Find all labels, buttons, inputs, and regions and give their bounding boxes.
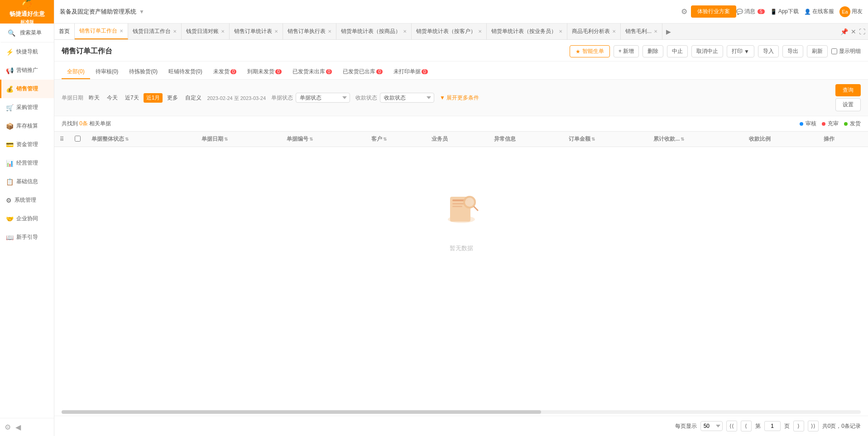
export-button[interactable]: 导出 xyxy=(782,45,803,57)
sidebar-search[interactable]: 🔍 搜索菜单 xyxy=(0,24,54,43)
tab-close-icon[interactable]: ✕ xyxy=(559,29,562,34)
query-button[interactable]: 查询 xyxy=(835,84,861,96)
import-button[interactable]: 导入 xyxy=(758,45,779,57)
tab-more-btn[interactable]: ▶ xyxy=(662,24,675,39)
tab-fullscreen-icon[interactable]: ⛶ xyxy=(859,28,865,35)
tab-sales-exec[interactable]: 销售订单执行表 ✕ xyxy=(283,24,336,39)
th-operation: 操作 xyxy=(818,132,868,147)
th-collected[interactable]: 累计收款...⇅ xyxy=(648,132,743,147)
tab-sales-by-product[interactable]: 销货单统计表（按商品） ✕ xyxy=(336,24,412,39)
dropdown-arrow-icon[interactable]: ▼ xyxy=(139,9,144,15)
tab-close-icon[interactable]: ✕ xyxy=(221,29,225,34)
tab-close-icon[interactable]: ✕ xyxy=(120,28,123,33)
tab-daily-clearing[interactable]: 钱货日清工作台 ✕ xyxy=(128,24,182,39)
show-detail-checkbox[interactable]: 显示明细 xyxy=(831,47,861,55)
tab-close-icon[interactable]: ✕ xyxy=(403,29,407,34)
sidebar-item-finance[interactable]: 💳 资金管理 xyxy=(0,135,54,154)
sidebar-item-purchase[interactable]: 🛒 采购管理 xyxy=(0,98,54,117)
sidebar-item-system[interactable]: ⚙ 系统管理 xyxy=(0,191,54,209)
date-btn-today[interactable]: 今天 xyxy=(104,93,120,103)
tab-close-icon[interactable]: ✕ xyxy=(478,29,482,34)
smart-generate-button[interactable]: ★ 智能生单 xyxy=(570,45,610,57)
subtab-not-printed[interactable]: 未打印单据0 xyxy=(388,65,433,79)
detail-checkbox-input[interactable] xyxy=(831,48,837,54)
date-btn-custom[interactable]: 自定义 xyxy=(182,93,204,103)
scrollbar-thumb[interactable] xyxy=(62,410,541,414)
sidebar-item-sales[interactable]: 💰 销售管理 xyxy=(0,80,54,98)
page-last-btn[interactable]: ⟩⟩ xyxy=(808,421,819,431)
cancel-stop-button[interactable]: 取消中止 xyxy=(691,45,723,57)
th-number[interactable]: 单据编号⇅ xyxy=(281,132,366,147)
th-status[interactable]: 单据整体状态⇅ xyxy=(86,132,196,147)
th-customer[interactable]: 客户⇅ xyxy=(366,132,426,147)
sidebar-item-inventory[interactable]: 📦 库存核算 xyxy=(0,117,54,135)
tab-home[interactable]: 首页 xyxy=(54,24,75,39)
message-badge: 5 xyxy=(758,9,765,14)
filter-settings-button[interactable]: 设置 xyxy=(835,98,861,111)
sidebar-item-enterprise[interactable]: 🤝 企业协同 xyxy=(0,209,54,228)
tab-daily-reconcile[interactable]: 钱货日清对账 ✕ xyxy=(182,24,230,39)
page-next-btn[interactable]: ⟩ xyxy=(793,421,804,431)
tab-close-icon[interactable]: ✕ xyxy=(274,29,278,34)
tab-sales-margin[interactable]: 销售毛利... ✕ xyxy=(621,24,662,39)
logo-name: 畅捷通好生意 xyxy=(10,10,45,18)
audit-bulk-btn[interactable]: 审核 xyxy=(800,120,816,128)
sidebar-settings-btn[interactable]: ⚙ xyxy=(5,423,11,431)
tab-gross-margin[interactable]: 商品毛利分析表 ✕ xyxy=(567,24,621,39)
delete-button[interactable]: 删除 xyxy=(643,45,663,57)
system-icon: ⚙ xyxy=(6,197,12,204)
subtab-pending-pick[interactable]: 待拣验货(0) xyxy=(124,65,163,79)
subtab-wangpu-pending[interactable]: 旺铺待发货(0) xyxy=(163,65,208,79)
sidebar-item-operation[interactable]: 📊 经营管理 xyxy=(0,154,54,172)
user-profile-btn[interactable]: Ea 用友 xyxy=(839,6,863,17)
online-service-btn[interactable]: 👤 在线客服 xyxy=(804,8,834,15)
sidebar-item-guide[interactable]: 📖 新手引导 xyxy=(0,228,54,246)
tab-sales-order-workbench[interactable]: 销售订单工作台 ✕ xyxy=(75,24,128,39)
subtab-all[interactable]: 全部(0) xyxy=(62,65,90,79)
topbar-settings-icon[interactable]: ⚙ xyxy=(681,7,687,16)
date-btn-7days[interactable]: 近7天 xyxy=(122,93,142,103)
tab-sales-by-customer[interactable]: 销货单统计表（按客户） ✕ xyxy=(412,24,487,39)
tab-close-icon[interactable]: ✕ xyxy=(612,29,616,34)
tab-close-all-icon[interactable]: ✕ xyxy=(851,28,856,35)
void-bulk-btn[interactable]: 充审 xyxy=(822,120,839,128)
sidebar-item-marketing[interactable]: 📢 营销推广 xyxy=(0,61,54,80)
app-download-btn[interactable]: 📱 App下载 xyxy=(770,8,799,15)
sidebar-item-quicknav[interactable]: ⚡ 快捷导航 xyxy=(0,43,54,61)
subtab-shipped-not-out[interactable]: 已发货未出库0 xyxy=(287,65,338,79)
stop-button[interactable]: 中止 xyxy=(667,45,688,57)
page-prev-btn[interactable]: ⟨ xyxy=(741,421,752,431)
date-btn-more[interactable]: 更多 xyxy=(164,93,181,103)
payment-filter-select[interactable]: 收款状态 xyxy=(380,93,434,103)
date-btn-yesterday[interactable]: 昨天 xyxy=(86,93,102,103)
subtab-not-shipped[interactable]: 未发货0 xyxy=(208,65,242,79)
solution-button[interactable]: 体验行业方案 xyxy=(691,5,736,18)
tab-sales-by-salesperson[interactable]: 销货单统计表（按业务员） ✕ xyxy=(487,24,567,39)
tab-close-icon[interactable]: ✕ xyxy=(328,29,331,34)
deliver-bulk-btn[interactable]: 发货 xyxy=(844,120,861,128)
refresh-button[interactable]: 刷新 xyxy=(807,45,828,57)
horizontal-scrollbar[interactable] xyxy=(62,410,861,414)
select-all-checkbox[interactable] xyxy=(75,136,81,142)
tab-sales-stats[interactable]: 销售订单统计表 ✕ xyxy=(230,24,283,39)
subtab-overdue-ship[interactable]: 到期未发货0 xyxy=(242,65,287,79)
page-input[interactable] xyxy=(764,421,781,431)
print-button[interactable]: 打印 ▼ xyxy=(727,45,754,57)
tab-close-icon[interactable]: ✕ xyxy=(654,29,657,34)
sidebar-collapse-btn[interactable]: ◀ xyxy=(15,423,21,431)
new-button[interactable]: + 新增 xyxy=(614,45,639,57)
subtab-pending-audit[interactable]: 待审核(0) xyxy=(90,65,124,79)
tab-pin-icon[interactable]: 📌 xyxy=(840,28,848,35)
tab-close-icon[interactable]: ✕ xyxy=(173,29,177,34)
sidebar-item-basicinfo[interactable]: 📋 基础信息 xyxy=(0,172,54,191)
th-date[interactable]: 单据日期⇅ xyxy=(196,132,281,147)
date-btn-1month[interactable]: 近1月 xyxy=(144,93,163,103)
th-check[interactable] xyxy=(69,132,86,147)
th-amount[interactable]: 订单金额⇅ xyxy=(563,132,648,147)
page-first-btn[interactable]: ⟨⟨ xyxy=(726,421,737,431)
subtab-shipped-out[interactable]: 已发货已出库0 xyxy=(337,65,388,79)
status-filter-select[interactable]: 单据状态 xyxy=(296,93,350,103)
message-btn[interactable]: 💬 消息 5 xyxy=(736,8,765,15)
page-size-select[interactable]: 50 10 20 100 xyxy=(700,421,723,431)
expand-filter-btn[interactable]: ▼ 展开更多条件 xyxy=(440,94,479,102)
